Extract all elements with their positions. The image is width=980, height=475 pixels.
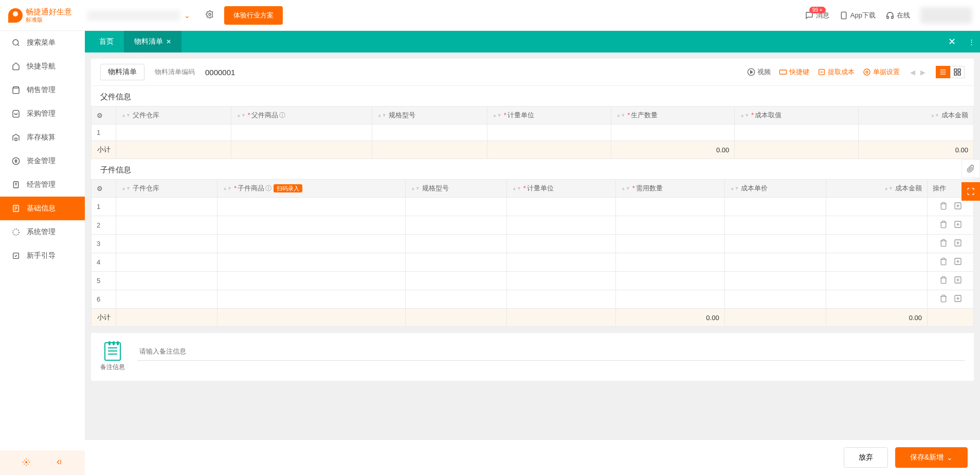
next-button[interactable]: ▶ (918, 67, 928, 77)
add-row-button[interactable] (954, 220, 962, 230)
row-ops (928, 253, 974, 272)
table-row[interactable]: 6 (92, 290, 974, 309)
col-qty[interactable]: ▲▼*需用数量 (615, 180, 724, 198)
sidebar-item-basic[interactable]: 基础信息 (0, 197, 85, 220)
col-settings[interactable]: ⚙ (92, 107, 116, 125)
sidebar-settings-button[interactable] (22, 458, 30, 468)
row-ops (928, 235, 974, 253)
tabs-more-button[interactable]: ⋮ (963, 38, 980, 46)
extract-cost-link[interactable]: 提取成本 (818, 67, 855, 77)
tab-label: 首页 (99, 37, 114, 46)
col-spec[interactable]: ▲▼规格型号 (372, 107, 487, 125)
help-icon[interactable]: ⓘ (265, 185, 271, 192)
col-cost-price[interactable]: ▲▼成本单价 (724, 180, 826, 198)
org-settings-button[interactable] (206, 10, 214, 20)
col-cost-method[interactable]: ▲▼*成本取值 (735, 107, 859, 125)
add-row-button[interactable] (954, 202, 962, 212)
video-link[interactable]: 视频 (747, 67, 771, 77)
shortcut-link[interactable]: 快捷键 (779, 67, 809, 77)
doc-settings-link[interactable]: 单据设置 (863, 67, 900, 77)
org-selector[interactable]: ⌄ (87, 10, 201, 21)
table-row[interactable]: 3 (92, 235, 974, 253)
col-cost-amount[interactable]: ▲▼成本金额 (826, 180, 927, 198)
help-icon[interactable]: ⓘ (279, 112, 285, 119)
col-unit[interactable]: ▲▼*计量单位 (507, 180, 616, 198)
sidebar-item-label: 搜索菜单 (27, 38, 56, 47)
sidebar-item-business[interactable]: 经营管理 (0, 173, 85, 197)
attachment-button[interactable] (961, 160, 980, 178)
sidebar-item-quicknav[interactable]: 快捷导航 (0, 55, 85, 78)
fullscreen-button[interactable] (961, 182, 980, 201)
row-index: 1 (92, 198, 116, 216)
sidebar-item-system[interactable]: 系统管理 (0, 220, 85, 244)
subtotal-amount: 0.00 (826, 309, 927, 327)
delete-row-button[interactable] (939, 202, 948, 212)
download-label: App下载 (850, 11, 876, 20)
prev-button[interactable]: ◀ (908, 67, 917, 77)
warehouse-icon (11, 133, 21, 142)
tab-bom[interactable]: 物料清单 ✕ (124, 31, 182, 52)
online-support-button[interactable]: 在线 (886, 11, 910, 20)
col-cost-amount[interactable]: ▲▼成本金额 (858, 107, 973, 125)
phone-icon (840, 11, 848, 20)
table-row[interactable]: 2 (92, 216, 974, 235)
sidebar-item-guide[interactable]: 新手引导 (0, 244, 85, 268)
add-row-button[interactable] (954, 239, 962, 249)
experience-button[interactable]: 体验行业方案 (224, 6, 283, 25)
table-row[interactable]: 1 (92, 198, 974, 216)
delete-row-button[interactable] (939, 239, 948, 249)
sidebar-item-funds[interactable]: 资金管理 (0, 149, 85, 173)
remark-input[interactable] (137, 342, 965, 361)
svg-point-3 (13, 40, 19, 45)
logo[interactable]: 畅捷通好生意 标准版 (8, 8, 72, 23)
add-row-button[interactable] (954, 276, 962, 286)
delete-row-button[interactable] (939, 257, 948, 267)
sale-icon (11, 85, 21, 95)
remark-label: 备注信息 (100, 363, 125, 372)
app-download-button[interactable]: App下载 (840, 11, 876, 20)
add-row-button[interactable] (954, 257, 962, 267)
col-unit[interactable]: ▲▼*计量单位 (487, 107, 611, 125)
sidebar-item-inventory[interactable]: 库存核算 (0, 126, 85, 149)
delete-row-button[interactable] (939, 220, 948, 230)
add-row-button[interactable] (954, 294, 962, 304)
notepad-icon (104, 342, 121, 361)
messages-button[interactable]: 99 + 消息 (805, 11, 829, 20)
col-qty[interactable]: ▲▼*生产数量 (611, 107, 735, 125)
panel-tab-label[interactable]: 物料清单 (100, 64, 144, 80)
col-parent-warehouse[interactable]: ▲▼父件仓库 (116, 107, 231, 125)
sidebar-item-sales[interactable]: 销售管理 (0, 78, 85, 102)
tab-home[interactable]: 首页 (89, 31, 124, 52)
svg-rect-31 (958, 73, 960, 75)
sidebar-item-search[interactable]: 搜索菜单 (0, 31, 85, 55)
col-child-product[interactable]: ▲▼*子件商品ⓘ扫码录入 (217, 180, 406, 198)
tabs-close-all-button[interactable]: ✕ (941, 36, 963, 47)
scan-tag[interactable]: 扫码录入 (274, 184, 302, 192)
svg-rect-1 (841, 12, 846, 19)
view-list-button[interactable] (936, 66, 950, 78)
tab-close-icon[interactable]: ✕ (166, 38, 171, 45)
main-panel: 物料清单 物料清单编码 0000001 视频 快捷键 提取成本 单据设置 ◀ ▶ (91, 59, 974, 327)
save-and-new-button[interactable]: 保存&新增 ⌄ (895, 447, 968, 468)
col-child-warehouse[interactable]: ▲▼子件仓库 (116, 180, 217, 198)
discard-button[interactable]: 放弃 (844, 447, 888, 468)
svg-point-24 (864, 69, 870, 75)
code-value: 0000001 (205, 68, 235, 77)
view-grid-button[interactable] (950, 66, 965, 78)
delete-row-button[interactable] (939, 276, 948, 286)
remark-icon-box: 备注信息 (100, 342, 125, 372)
sidebar-collapse-button[interactable] (55, 458, 63, 468)
logo-title: 畅捷通好生意 (26, 8, 72, 16)
row-ops (928, 216, 974, 235)
svg-rect-21 (779, 70, 786, 74)
delete-row-button[interactable] (939, 294, 948, 304)
table-row[interactable]: 1 (92, 125, 974, 141)
sidebar-item-label: 资金管理 (27, 156, 56, 166)
user-avatar-blurred[interactable] (920, 7, 972, 24)
col-spec[interactable]: ▲▼规格型号 (405, 180, 506, 198)
table-row[interactable]: 4 (92, 253, 974, 272)
col-parent-product[interactable]: ▲▼*父件商品ⓘ (231, 107, 372, 125)
sidebar-item-purchase[interactable]: 采购管理 (0, 102, 85, 126)
table-row[interactable]: 5 (92, 272, 974, 290)
col-settings[interactable]: ⚙ (92, 180, 116, 198)
